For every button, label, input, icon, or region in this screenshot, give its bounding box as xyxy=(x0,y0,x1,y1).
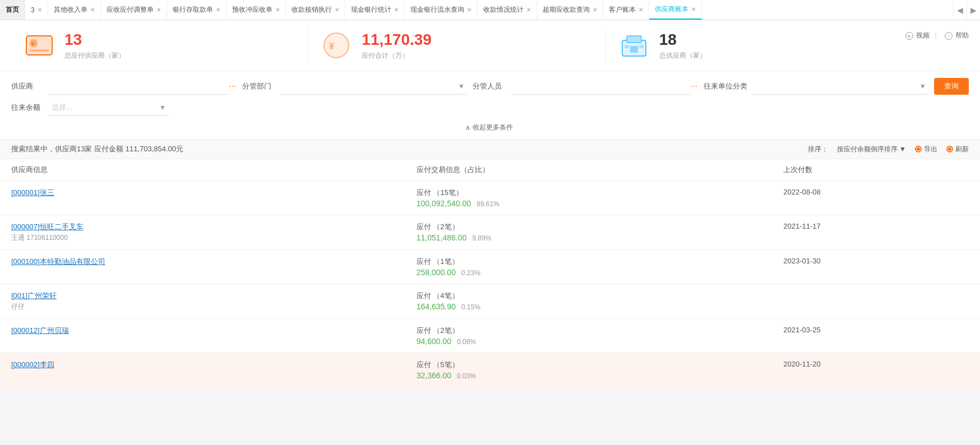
nav-tab-home[interactable]: 首页 xyxy=(0,0,25,20)
table-row: [000007]恒旺二手叉车王通 17106110000应付 （2笔）11,05… xyxy=(0,215,980,250)
payable-suppliers-icon: ¥ xyxy=(22,29,56,62)
svg-point-4 xyxy=(324,33,349,58)
nav-tab-customer-book[interactable]: 客户账本 ✕ xyxy=(603,0,649,20)
total-payable-icon: ¥ xyxy=(320,29,353,62)
category-select[interactable]: ▼ xyxy=(752,78,929,95)
svg-rect-9 xyxy=(625,45,629,48)
svg-rect-7 xyxy=(627,36,641,43)
supplier-link-5[interactable]: [000002]李四 xyxy=(11,360,54,369)
payable-suppliers-label: 总应付供应商（家） xyxy=(64,51,125,61)
table-cell-supplier-4: [000012]广州贝瑞 xyxy=(0,319,405,353)
nav-tab-recv-exec-close[interactable]: ✕ xyxy=(335,7,339,13)
collapse-button[interactable]: ∧ 收起更多条件 xyxy=(11,120,969,135)
supplier-link-0[interactable]: [000001]张三 xyxy=(11,188,54,197)
transaction-type-0: 应付 （15笔） xyxy=(417,188,761,198)
nav-tab-adjust-close[interactable]: ✕ xyxy=(156,7,161,13)
table-cell-last-payment-0: 2022-08-08 xyxy=(772,181,980,215)
balance-select[interactable]: 选择... ▼ xyxy=(49,99,168,116)
summary-content-payable-suppliers: 13 总应付供应商（家） xyxy=(64,30,125,61)
nav-tab-adjust[interactable]: 应收应付调整单 ✕ xyxy=(101,0,167,20)
supplier-link-2[interactable]: [000100]本特勤油品有限公司 xyxy=(11,257,105,266)
filter-dept: 分管部门 ▼ xyxy=(242,78,468,95)
nav-prev-button[interactable]: ◀ xyxy=(953,0,967,20)
filter-person: 分管人员 ··· xyxy=(473,78,698,95)
total-payable-label: 应付合计（万） xyxy=(362,51,432,61)
table-cell-supplier-1: [000007]恒旺二手叉车王通 17106110000 xyxy=(0,215,405,250)
nav-tab-customer-book-close[interactable]: ✕ xyxy=(639,7,643,13)
video-icon: ▶ xyxy=(905,32,913,40)
transaction-amount-5[interactable]: 32,366.00 xyxy=(417,371,451,380)
nav-tab-prepay-recv-close[interactable]: ✕ xyxy=(275,7,280,13)
nav-tab-other-income-close[interactable]: ✕ xyxy=(90,7,95,13)
nav-tab-prepay-recv-label: 预收冲应收单 xyxy=(232,5,272,15)
search-button[interactable]: 查询 xyxy=(934,78,969,95)
transaction-percent-4: 0.08% xyxy=(457,338,476,346)
transaction-type-3: 应付 （4笔） xyxy=(417,291,761,301)
person-input[interactable] xyxy=(511,78,690,95)
result-bar-right: 排序： 按应付余额倒序排序 ▼ 导出 刷新 xyxy=(808,145,969,154)
col-header-last-payment: 上次付数 xyxy=(772,159,980,181)
nav-tab-recv-stat[interactable]: 收款情况统计 ✕ xyxy=(478,0,537,20)
total-suppliers-icon xyxy=(617,29,651,62)
radio-export xyxy=(915,146,922,152)
nav-tab-recv-stat-close[interactable]: ✕ xyxy=(526,7,531,13)
nav-next-button[interactable]: ▶ xyxy=(967,0,980,20)
result-summary-text: 搜索结果中，供应商13家 应付金额 111,703,854.00元 xyxy=(11,144,183,154)
transaction-type-4: 应付 （2笔） xyxy=(417,326,761,336)
payable-suppliers-value: 13 xyxy=(64,30,125,49)
transaction-amount-4[interactable]: 94,600.00 xyxy=(417,337,451,346)
sort-select[interactable]: 按应付余额倒序排序 ▼ xyxy=(837,145,906,154)
table-cell-last-payment-2: 2023-01-30 xyxy=(772,250,980,284)
nav-tab-cash-stat[interactable]: 现金银行统计 ✕ xyxy=(345,0,405,20)
nav-tab-bank[interactable]: 银行存取款单 ✕ xyxy=(167,0,226,20)
dept-select[interactable]: ▼ xyxy=(280,78,468,95)
dept-label: 分管部门 xyxy=(242,81,276,91)
nav-tab-bank-close[interactable]: ✕ xyxy=(216,7,220,13)
transaction-amount-0[interactable]: 100,092,540.00 xyxy=(417,199,471,208)
nav-tab-home-label: 首页 xyxy=(6,5,19,15)
nav-tab-3-close[interactable]: ✕ xyxy=(38,7,42,13)
supplier-link-3[interactable]: [001]广州荣轩 xyxy=(11,291,57,300)
nav-tab-overdue-close[interactable]: ✕ xyxy=(593,7,597,13)
supplier-dots-icon[interactable]: ··· xyxy=(229,81,236,91)
table-cell-last-payment-1: 2021-11-17 xyxy=(772,215,980,250)
table-cell-transaction-4: 应付 （2笔）94,600.000.08% xyxy=(405,319,773,353)
supplier-sub-3: 仔仔 xyxy=(11,302,394,312)
table-row: [000012]广州贝瑞应付 （2笔）94,600.000.08%2021-03… xyxy=(0,319,980,353)
nav-tab-other-income[interactable]: 其他收入单 ✕ xyxy=(48,0,101,20)
svg-rect-0 xyxy=(26,36,52,55)
nav-tab-cash-stat-close[interactable]: ✕ xyxy=(394,7,399,13)
table-row: [001]广州荣轩仔仔应付 （4笔）164,635.900.15% xyxy=(0,284,980,319)
nav-tab-cash-flow-close[interactable]: ✕ xyxy=(467,7,471,13)
supplier-link-4[interactable]: [000012]广州贝瑞 xyxy=(11,326,69,335)
divider: ｜ xyxy=(932,31,939,40)
nav-tab-overdue[interactable]: 超期应收款查询 ✕ xyxy=(537,0,603,20)
nav-tab-supplier-book-close[interactable]: ✕ xyxy=(691,6,696,12)
radio-refresh xyxy=(946,146,953,152)
nav-tab-cash-flow[interactable]: 现金银行流水查询 ✕ xyxy=(405,0,478,20)
help-link[interactable]: 帮助 xyxy=(955,31,969,40)
transaction-amount-2[interactable]: 258,000.00 xyxy=(417,268,456,277)
supplier-link-1[interactable]: [000007]恒旺二手叉车 xyxy=(11,222,84,231)
export-label: 导出 xyxy=(924,145,937,154)
video-link[interactable]: 视频 xyxy=(916,31,930,40)
filter-row-2: 往来余额 选择... ▼ xyxy=(11,99,969,116)
supplier-input[interactable] xyxy=(49,78,229,95)
refresh-button[interactable]: 刷新 xyxy=(946,145,969,154)
nav-tab-supplier-book[interactable]: 供应商账本 ✕ xyxy=(649,0,702,20)
nav-tab-overdue-label: 超期应收款查询 xyxy=(543,5,590,15)
table-row: [000001]张三应付 （15笔）100,092,540.0089.61%20… xyxy=(0,181,980,215)
export-button[interactable]: 导出 xyxy=(915,145,937,154)
supplier-label: 供应商 xyxy=(11,81,45,91)
nav-tab-recv-exec[interactable]: 收款核销执行 ✕ xyxy=(286,0,345,20)
col-header-transaction: 应付交易信息（占比） xyxy=(405,159,773,181)
balance-select-value: 选择... xyxy=(52,103,72,113)
table-cell-last-payment-5: 2020-11-20 xyxy=(772,353,980,387)
nav-tab-prepay-recv[interactable]: 预收冲应收单 ✕ xyxy=(226,0,286,20)
transaction-amount-3[interactable]: 164,635.90 xyxy=(417,302,456,311)
nav-tab-3[interactable]: 3 ✕ xyxy=(25,0,48,20)
table-cell-transaction-1: 应付 （2笔）11,051,486.009.89% xyxy=(405,215,773,250)
transaction-amount-1[interactable]: 11,051,486.00 xyxy=(417,233,467,242)
total-payable-value: 11,170.39 xyxy=(362,30,432,49)
person-dots-icon[interactable]: ··· xyxy=(690,81,697,91)
